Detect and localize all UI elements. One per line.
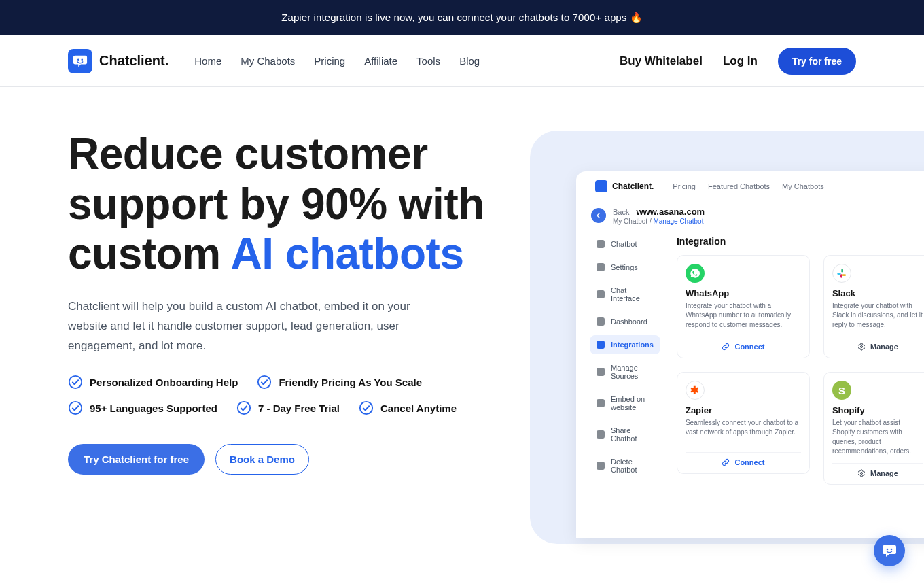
check-icon bbox=[359, 400, 374, 415]
announcement-text: Zapier integration is live now, you can … bbox=[281, 12, 643, 24]
square-icon bbox=[597, 240, 605, 248]
chat-widget-button[interactable] bbox=[874, 535, 905, 566]
hero-copy: Reduce customer support by 90% with cust… bbox=[68, 129, 516, 475]
card-desc: Let your chatbot assist Shopify customer… bbox=[832, 418, 923, 456]
buy-whitelabel-link[interactable]: Buy Whitelabel bbox=[620, 54, 703, 68]
nav-affiliate[interactable]: Affiliate bbox=[364, 55, 397, 67]
side-integrations: Integrations bbox=[590, 335, 660, 354]
svg-point-15 bbox=[887, 549, 889, 551]
preview-nav-featured: Featured Chatbots bbox=[708, 182, 770, 190]
svg-rect-9 bbox=[841, 269, 843, 272]
side-label: Delete Chatbot bbox=[611, 458, 654, 474]
preview-logo-icon bbox=[595, 180, 607, 192]
card-title: WhatsApp bbox=[686, 288, 801, 298]
header-right: Buy Whitelabel Log In Try for free bbox=[620, 48, 856, 75]
integration-card-zapier: ✱ Zapier Seamlessly connect your chatbot… bbox=[677, 372, 810, 474]
card-desc: Seamlessly connect your chatbot to a vas… bbox=[686, 418, 801, 445]
link-icon bbox=[597, 341, 605, 349]
breadcrumb-path-plain: My Chatbot / bbox=[613, 218, 653, 225]
back-label: Back bbox=[613, 208, 629, 216]
nav-home[interactable]: Home bbox=[194, 55, 221, 67]
check-icon bbox=[257, 375, 272, 390]
side-label: Chatbot bbox=[611, 240, 637, 248]
chat-icon bbox=[597, 290, 605, 298]
back-icon bbox=[591, 208, 606, 223]
svg-point-3 bbox=[81, 58, 83, 61]
check-icon bbox=[68, 375, 83, 390]
primary-nav: Home My Chabots Pricing Affiliate Tools … bbox=[194, 55, 480, 67]
svg-rect-12 bbox=[840, 274, 842, 277]
preview-brand-name: Chatclient. bbox=[612, 182, 654, 191]
svg-point-5 bbox=[258, 376, 270, 388]
preview-topbar: Chatclient. Pricing Featured Chatbots My… bbox=[576, 171, 924, 201]
try-free-button[interactable]: Try for free bbox=[778, 48, 856, 75]
preview-nav-pricing: Pricing bbox=[673, 182, 696, 190]
chat-bubble-icon bbox=[881, 543, 898, 559]
svg-rect-11 bbox=[842, 274, 846, 276]
svg-point-2 bbox=[77, 58, 79, 61]
side-settings: Settings bbox=[590, 258, 660, 277]
card-title: Zapier bbox=[686, 405, 801, 415]
gear-icon bbox=[597, 263, 605, 271]
side-chatbot: Chatbot bbox=[590, 235, 660, 254]
nav-pricing[interactable]: Pricing bbox=[314, 55, 345, 67]
feature-label: Personalized Onboarding Help bbox=[90, 377, 238, 388]
preview-app: Chatclient. Pricing Featured Chatbots My… bbox=[576, 171, 924, 538]
card-action-manage: Manage bbox=[832, 463, 923, 477]
preview-brand: Chatclient. bbox=[595, 180, 654, 192]
product-preview: Chatclient. Pricing Featured Chatbots My… bbox=[530, 131, 924, 544]
site-header: Chatclient. Home My Chabots Pricing Affi… bbox=[0, 35, 924, 87]
card-action-label: Connect bbox=[734, 458, 764, 466]
feature-onboarding: Personalized Onboarding Help bbox=[68, 375, 238, 390]
side-embed: Embed on website bbox=[590, 390, 660, 417]
feature-pricing: Friendly Pricing As You Scale bbox=[257, 375, 422, 390]
nav-my-chatbots[interactable]: My Chabots bbox=[241, 55, 295, 67]
hero: Reduce customer support by 90% with cust… bbox=[0, 87, 924, 584]
brand[interactable]: Chatclient. bbox=[68, 49, 168, 73]
side-share: Share Chatbot bbox=[590, 421, 660, 448]
gear-icon bbox=[857, 343, 866, 351]
hero-lead: Chatclient will help you build a custom … bbox=[68, 297, 421, 356]
feature-label: 95+ Languages Supported bbox=[90, 402, 217, 414]
feature-cancel: Cancel Anytime bbox=[359, 400, 457, 415]
preview-panel: Integration WhatsApp Integrate your chat… bbox=[677, 235, 924, 485]
svg-point-7 bbox=[238, 402, 250, 414]
svg-point-8 bbox=[360, 402, 372, 414]
card-action-connect: Connect bbox=[686, 452, 801, 466]
svg-point-14 bbox=[860, 473, 862, 475]
integration-card-whatsapp: WhatsApp Integrate your chatbot with a W… bbox=[677, 255, 810, 358]
feature-label: Friendly Pricing As You Scale bbox=[279, 377, 422, 388]
stack-icon bbox=[597, 368, 605, 376]
brand-logo-icon bbox=[68, 49, 92, 73]
card-desc: Integrate your chatbot with a WhatsApp n… bbox=[686, 301, 801, 330]
card-desc: Integrate your chatbot with Slack in dis… bbox=[832, 301, 923, 330]
preview-topnav: Pricing Featured Chatbots My Chatbots bbox=[673, 182, 824, 190]
nav-blog[interactable]: Blog bbox=[459, 55, 480, 67]
card-action-label: Manage bbox=[870, 469, 898, 477]
side-delete: Delete Chatbot bbox=[590, 452, 660, 479]
side-label: Chat Interface bbox=[611, 286, 654, 303]
link-icon bbox=[722, 458, 730, 466]
integration-card-shopify: S Shopify Let your chatbot assist Shopif… bbox=[823, 372, 924, 485]
share-icon bbox=[597, 430, 605, 439]
panel-title: Integration bbox=[677, 236, 924, 247]
card-action-label: Manage bbox=[870, 343, 898, 351]
whatsapp-icon bbox=[686, 264, 705, 283]
cta-try-button[interactable]: Try Chatclient for free bbox=[68, 444, 205, 475]
announcement-bar[interactable]: Zapier integration is live now, you can … bbox=[0, 0, 924, 35]
check-icon bbox=[236, 400, 251, 415]
side-sources: Manage Sources bbox=[590, 358, 660, 385]
breadcrumb-domain: www.asana.com bbox=[636, 207, 705, 217]
cta-demo-button[interactable]: Book a Demo bbox=[215, 444, 309, 475]
integration-card-slack: Slack Integrate your chatbot with Slack … bbox=[823, 255, 924, 358]
side-label: Embed on website bbox=[611, 395, 654, 411]
code-icon bbox=[597, 399, 605, 407]
link-icon bbox=[722, 343, 730, 351]
login-link[interactable]: Log In bbox=[723, 54, 758, 68]
breadcrumb-path-link: Manage Chatbot bbox=[653, 218, 703, 225]
preview-breadcrumb: Backwww.asana.com My Chatbot / Manage Ch… bbox=[590, 201, 924, 232]
nav-tools[interactable]: Tools bbox=[416, 55, 440, 67]
svg-point-16 bbox=[891, 549, 893, 551]
side-label: Manage Sources bbox=[611, 364, 654, 380]
svg-rect-10 bbox=[837, 273, 840, 275]
